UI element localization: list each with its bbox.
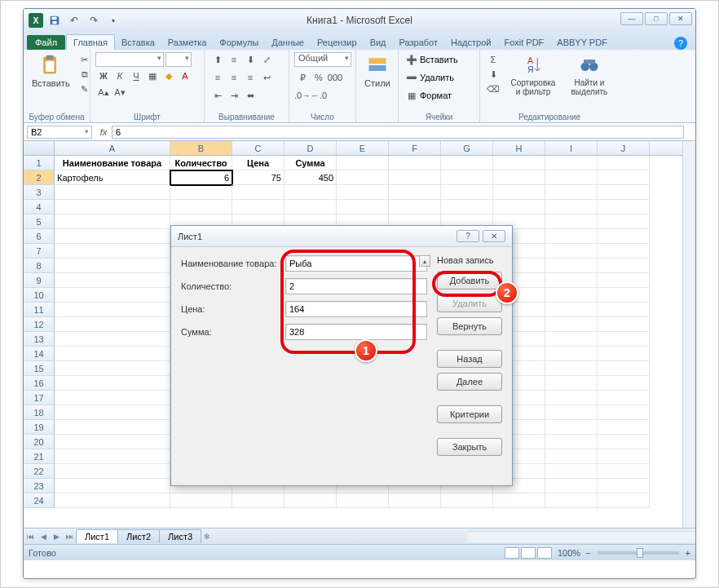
cell[interactable] bbox=[389, 185, 441, 200]
scroll-up-icon[interactable]: ▴ bbox=[419, 255, 430, 267]
cell[interactable] bbox=[545, 435, 598, 449]
cell[interactable] bbox=[545, 170, 598, 185]
cell[interactable] bbox=[598, 229, 650, 244]
tab-abbyy[interactable]: ABBYY PDF bbox=[550, 35, 614, 50]
wrap-text-icon[interactable]: ↩ bbox=[259, 71, 274, 84]
cell[interactable] bbox=[598, 479, 650, 493]
field-price-input[interactable] bbox=[285, 301, 427, 317]
cell[interactable]: 6 bbox=[170, 170, 232, 185]
cell[interactable] bbox=[441, 185, 493, 200]
cell[interactable] bbox=[598, 493, 650, 508]
col-header[interactable]: D bbox=[285, 141, 337, 155]
cell[interactable] bbox=[55, 259, 170, 273]
shrink-font-icon[interactable]: A▾ bbox=[112, 86, 127, 99]
fx-icon[interactable]: fx bbox=[95, 127, 112, 137]
cell[interactable] bbox=[493, 493, 545, 508]
decrease-indent-icon[interactable]: ⇤ bbox=[210, 89, 225, 102]
cell[interactable] bbox=[55, 361, 170, 376]
align-center-icon[interactable]: ≡ bbox=[227, 71, 241, 84]
cell[interactable] bbox=[285, 200, 337, 214]
cell[interactable] bbox=[55, 493, 170, 508]
zoom-out-icon[interactable]: − bbox=[585, 548, 590, 558]
add-button[interactable]: Добавить bbox=[437, 272, 502, 290]
sheet-nav-prev-icon[interactable]: ◀ bbox=[37, 533, 50, 541]
vertical-scrollbar[interactable] bbox=[682, 141, 695, 528]
cell[interactable] bbox=[55, 391, 170, 405]
cells-format-button[interactable]: ▦Формат bbox=[404, 88, 452, 103]
bold-icon[interactable]: Ж bbox=[96, 69, 111, 82]
dialog-titlebar[interactable]: Лист1 ? ✕ bbox=[171, 226, 512, 247]
font-family-combo[interactable] bbox=[95, 52, 164, 67]
format-painter-icon[interactable]: ✎ bbox=[77, 82, 92, 95]
cell[interactable] bbox=[55, 449, 170, 464]
row-header[interactable]: 6 bbox=[24, 229, 55, 244]
cell[interactable] bbox=[441, 170, 493, 185]
cell[interactable] bbox=[545, 244, 598, 259]
cell[interactable] bbox=[545, 420, 598, 435]
cell[interactable] bbox=[545, 376, 598, 391]
col-header[interactable]: G bbox=[441, 141, 493, 155]
row-header[interactable]: 19 bbox=[24, 420, 55, 435]
close-dialog-button[interactable]: Закрыть bbox=[437, 438, 502, 456]
row-header[interactable]: 8 bbox=[24, 259, 55, 273]
border-icon[interactable]: ▦ bbox=[145, 69, 160, 82]
help-icon[interactable]: ? bbox=[674, 37, 687, 50]
find-select-button[interactable]: Найти и выделить bbox=[565, 52, 614, 98]
cell[interactable] bbox=[55, 214, 170, 229]
clear-icon[interactable]: ⌫ bbox=[486, 82, 501, 95]
number-format-combo[interactable]: Общий bbox=[294, 52, 351, 67]
cell[interactable] bbox=[232, 493, 285, 508]
row-header[interactable]: 20 bbox=[24, 435, 55, 449]
row-header[interactable]: 14 bbox=[24, 347, 55, 361]
name-box[interactable]: B2 bbox=[27, 126, 92, 139]
increase-indent-icon[interactable]: ⇥ bbox=[227, 89, 241, 102]
tab-home[interactable]: Главная bbox=[66, 34, 115, 50]
cell[interactable] bbox=[285, 185, 337, 200]
sheet-nav-first-icon[interactable]: ⏮ bbox=[24, 533, 37, 541]
cell[interactable]: Сумма bbox=[285, 156, 337, 170]
row-header[interactable]: 7 bbox=[24, 244, 55, 259]
cell[interactable]: Цена bbox=[232, 156, 285, 170]
tab-formulas[interactable]: Формулы bbox=[213, 35, 265, 50]
cell[interactable] bbox=[55, 185, 170, 200]
cell[interactable] bbox=[337, 156, 389, 170]
col-header[interactable]: F bbox=[389, 141, 441, 155]
cell[interactable] bbox=[598, 449, 650, 464]
cell[interactable] bbox=[493, 185, 545, 200]
horizontal-scrollbar[interactable] bbox=[467, 531, 695, 542]
cell[interactable] bbox=[598, 435, 650, 449]
cell[interactable] bbox=[545, 288, 598, 303]
fill-color-icon[interactable]: ◆ bbox=[161, 69, 176, 82]
cell[interactable] bbox=[545, 405, 598, 420]
tab-developer[interactable]: Разработ bbox=[393, 35, 444, 50]
cell[interactable] bbox=[389, 156, 441, 170]
cell[interactable] bbox=[545, 273, 598, 288]
delete-button[interactable]: Удалить bbox=[437, 294, 502, 312]
cell[interactable] bbox=[55, 200, 170, 214]
row-header[interactable]: 22 bbox=[24, 464, 55, 479]
cells-delete-button[interactable]: ➖Удалить bbox=[404, 70, 454, 85]
align-top-icon[interactable]: ⬆ bbox=[210, 53, 225, 66]
cell[interactable] bbox=[598, 185, 650, 200]
cell[interactable] bbox=[441, 156, 493, 170]
grow-font-icon[interactable]: A▴ bbox=[96, 86, 111, 99]
field-qty-input[interactable] bbox=[285, 278, 427, 294]
view-normal-icon[interactable] bbox=[505, 547, 519, 559]
cut-icon[interactable]: ✂ bbox=[77, 53, 92, 66]
italic-icon[interactable]: К bbox=[112, 69, 127, 82]
col-header[interactable]: H bbox=[493, 141, 545, 155]
cell[interactable] bbox=[598, 170, 650, 185]
cell[interactable] bbox=[545, 347, 598, 361]
maximize-button[interactable]: □ bbox=[645, 12, 668, 25]
zoom-in-icon[interactable]: + bbox=[686, 548, 690, 558]
row-header[interactable]: 12 bbox=[24, 317, 55, 332]
cell[interactable] bbox=[598, 376, 650, 391]
col-header[interactable]: J bbox=[598, 141, 650, 155]
paste-button[interactable]: Вставить bbox=[29, 52, 73, 90]
sheet-tab[interactable]: Лист2 bbox=[117, 529, 160, 543]
field-name-input[interactable] bbox=[285, 255, 427, 272]
sort-filter-button[interactable]: АЯСортировка и фильтр bbox=[505, 52, 562, 98]
cell[interactable]: Количество bbox=[170, 156, 232, 170]
tab-addins[interactable]: Надстрой bbox=[444, 35, 497, 50]
cell[interactable] bbox=[55, 347, 170, 361]
